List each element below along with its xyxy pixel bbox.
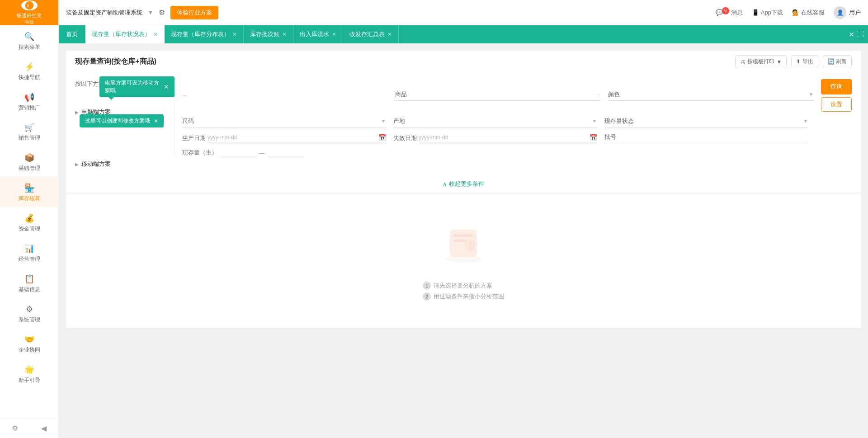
sidebar-item-collab[interactable]: 🤝 企业协同 xyxy=(0,328,58,358)
hint-num-2: 2 xyxy=(423,292,431,301)
sidebar-item-inventory[interactable]: 🏪 库存核算 xyxy=(0,177,58,207)
print-btn[interactable]: 🖨 按模板打印 ▼ xyxy=(735,55,787,68)
sidebar-item-label: 快捷导航 xyxy=(19,74,40,81)
tab-inventory-dist-label: 现存量（库存分布表） xyxy=(171,30,230,38)
sidebar-item-guide[interactable]: 🌟 新手引导 xyxy=(0,358,58,389)
tab-close-all-btn[interactable]: ✕ xyxy=(849,30,854,39)
qty-input-min[interactable] xyxy=(220,149,256,156)
prod-date-input-start[interactable]: yyyy-mm-dd 📅 xyxy=(208,134,386,142)
system-name: 装备及固定资产辅助管理系统 xyxy=(66,9,142,17)
tab-flow-close[interactable]: ✕ xyxy=(332,31,336,38)
sidebar-item-label: 销售管理 xyxy=(19,134,40,142)
settings-footer-btn[interactable]: ⚙ xyxy=(12,424,18,433)
print-icon: 🖨 xyxy=(740,59,745,65)
app-download-btn[interactable]: 📱 App下载 xyxy=(752,9,783,17)
filter-batch: 批号 xyxy=(604,133,808,143)
prod-date-label: 生产日期 xyxy=(182,134,206,142)
sales-icon: 🛒 xyxy=(24,122,34,132)
svg-point-0 xyxy=(25,1,33,9)
filter-fields: ··· 商品 ··· 颜色 ▼ xyxy=(175,79,852,157)
tab-home[interactable]: 首页 xyxy=(59,25,85,43)
refresh-btn[interactable]: 🔄 刷新 xyxy=(823,55,852,68)
sidebar-item-sales[interactable]: 🛒 销售管理 xyxy=(0,116,58,146)
tab-fullscreen-btn[interactable]: ⛶ xyxy=(857,30,864,38)
expire-date-input-start[interactable]: yyyy-mm-dd 📅 xyxy=(419,134,597,142)
sidebar-item-label: 系统管理 xyxy=(19,316,40,324)
scheme-mobile-area: ▶ 移动端方案 xyxy=(75,157,175,171)
tab-inventory-status-label: 现存量（库存状况表） xyxy=(92,30,151,38)
sidebar-item-system[interactable]: ⚙ 系统管理 xyxy=(0,298,58,328)
tab-flow-label: 出入库流水 xyxy=(300,30,329,38)
tooltip1-popup: 电脑方案可设为移动方案哦 ✕ xyxy=(99,76,175,97)
user-menu[interactable]: 👤 用户 xyxy=(834,6,861,19)
sidebar-item-basic[interactable]: 📋 基础信息 xyxy=(0,268,58,298)
expire-date-label: 失效日期 xyxy=(393,134,417,142)
empty-icon: :( xyxy=(436,221,491,274)
svg-text:6: 6 xyxy=(27,3,29,8)
sidebar-item-search[interactable]: 🔍 搜索菜单 xyxy=(0,25,58,56)
tab-batch-close[interactable]: ✕ xyxy=(282,31,287,38)
origin-dropdown[interactable]: ▼ xyxy=(592,118,597,124)
topbar-settings-btn[interactable]: ⚙ xyxy=(159,8,165,17)
expire-date-start-text: yyyy-mm-dd xyxy=(419,134,590,141)
prod-date-start-text: yyyy-mm-dd xyxy=(208,134,378,141)
search-nav-icon: 🔍 xyxy=(24,32,34,42)
sidebar-item-finance[interactable]: 💰 资金管理 xyxy=(0,207,58,237)
size-dropdown[interactable]: ▼ xyxy=(381,118,386,124)
collab-icon: 🤝 xyxy=(24,334,34,344)
online-support-btn[interactable]: 💁 在线客服 xyxy=(792,9,825,17)
tab-inventory-dist[interactable]: 现存量（库存分布表） ✕ xyxy=(165,25,244,43)
scheme-panel-area: 按以下方案查询 + ↺ ← 电脑方案可设为移动方案哦 ✕ xyxy=(75,79,175,171)
svg-rect-5 xyxy=(453,240,467,242)
sidebar-item-nav[interactable]: ⚡ 快捷导航 xyxy=(0,56,58,86)
collapse-btn[interactable]: ∧ 收起更多条件 xyxy=(75,175,852,193)
tab-inventory-status[interactable]: 现存量（库存状况表） ✕ xyxy=(85,25,165,43)
filter-row-2: 尺码 ▼ 产地 ▼ 现存量状态 xyxy=(182,117,852,127)
tab-summary-close[interactable]: ✕ xyxy=(387,31,392,38)
support-icon: 💁 xyxy=(792,9,799,16)
sidebar-item-marketing[interactable]: 📢 营销推广 xyxy=(0,86,58,116)
svg-text::(: :( xyxy=(468,242,472,249)
tab-summary[interactable]: 收发存汇总表 ✕ xyxy=(343,25,399,43)
origin-label: 产地 xyxy=(393,117,405,125)
tab-inventory-status-close[interactable]: ✕ xyxy=(153,31,158,38)
system-icon: ⚙ xyxy=(26,304,33,314)
tooltip2-area: 这里可以创建和修改方案哦 ✕ xyxy=(80,114,164,127)
query-btn[interactable]: 查询 xyxy=(821,79,852,94)
action-buttons: 查询 设置 xyxy=(821,79,852,112)
color-dropdown[interactable]: ▼ xyxy=(808,91,814,98)
filter-dots-1[interactable]: ··· xyxy=(182,92,187,99)
tab-summary-label: 收发存汇总表 xyxy=(349,30,385,38)
stock-status-dropdown[interactable]: ▼ xyxy=(803,118,808,124)
batch-input[interactable] xyxy=(620,134,808,141)
goods-dots[interactable]: ··· xyxy=(596,91,601,98)
empty-hint-item-1: 1 请先选择要分析的方案 xyxy=(423,282,492,290)
sidebar-item-operations[interactable]: 📊 经营管理 xyxy=(0,237,58,268)
tooltip2-up-arrow xyxy=(87,112,92,114)
collapse-footer-btn[interactable]: ◀ xyxy=(41,424,47,433)
sidebar: 6 畅通好生意 标版 🔍 搜索菜单 ⚡ 快捷导航 📢 营销推广 🛒 销售管理 xyxy=(0,0,59,438)
tab-batch[interactable]: 库存批次账 ✕ xyxy=(244,25,293,43)
set-btn[interactable]: 设置 xyxy=(821,97,852,112)
tooltip2-close-btn[interactable]: ✕ xyxy=(154,118,158,124)
tab-flow[interactable]: 出入库流水 ✕ xyxy=(293,25,343,43)
filter-goods: 商品 ··· xyxy=(395,90,601,101)
system-dropdown-btn[interactable]: ▼ xyxy=(148,9,153,16)
expire-date-cal-icon[interactable]: 📅 xyxy=(590,134,597,141)
industry-btn[interactable]: 体验行业方案 xyxy=(170,6,218,19)
tab-inventory-dist-close[interactable]: ✕ xyxy=(232,31,237,38)
filter-origin: 产地 ▼ xyxy=(393,117,597,127)
export-btn[interactable]: ⬆ 导出 xyxy=(791,55,818,68)
sidebar-item-label: 营销推广 xyxy=(19,104,40,112)
prod-date-cal-icon[interactable]: 📅 xyxy=(378,134,386,141)
qty-input-max[interactable] xyxy=(268,149,304,156)
finance-icon: 💰 xyxy=(24,213,34,223)
sidebar-nav: 🔍 搜索菜单 ⚡ 快捷导航 📢 营销推广 🛒 销售管理 📦 采购管理 🏪 xyxy=(0,25,58,418)
nav-icon: ⚡ xyxy=(24,62,34,72)
tooltip1-close-btn[interactable]: ✕ xyxy=(164,83,169,90)
message-btn[interactable]: 💬 6 消息 xyxy=(716,9,743,17)
scheme-mobile-item[interactable]: ▶ 移动端方案 xyxy=(75,157,175,171)
sidebar-item-purchase[interactable]: 📦 采购管理 xyxy=(0,146,58,177)
hint-text-2: 用过滤条件来缩小分析范围 xyxy=(434,292,504,301)
app-badge: 标版 xyxy=(25,19,34,25)
